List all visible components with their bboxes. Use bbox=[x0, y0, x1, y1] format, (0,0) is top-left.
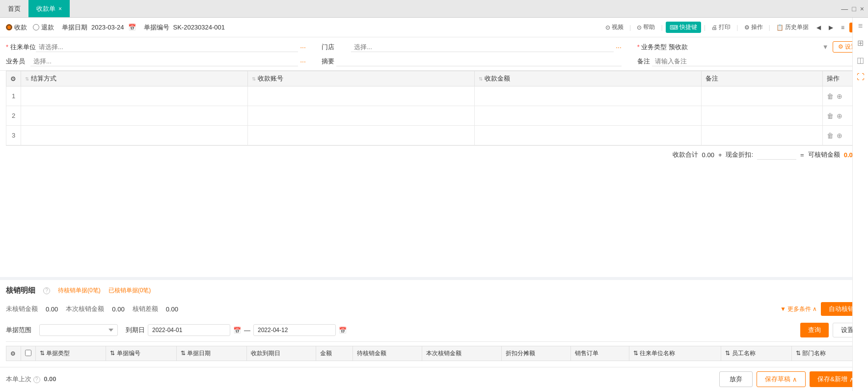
filter-icon: ▼ bbox=[780, 306, 786, 312]
col-amount-header: ⇅ 收款金额 bbox=[475, 71, 702, 86]
tab-close-icon[interactable]: × bbox=[58, 5, 62, 12]
remark-input[interactable] bbox=[652, 56, 862, 66]
account-cell-1[interactable] bbox=[248, 86, 475, 106]
account-cell-2[interactable] bbox=[248, 106, 475, 126]
store-more-icon[interactable]: ··· bbox=[616, 43, 622, 51]
dropdown-icon[interactable]: ▼ bbox=[822, 43, 829, 51]
nav-prev-btn[interactable]: ◀ bbox=[814, 23, 824, 32]
remark-cell-1[interactable] bbox=[702, 86, 823, 106]
remark-cell-3[interactable] bbox=[702, 126, 823, 145]
store-field: 门店 ··· bbox=[322, 42, 622, 52]
date-to-label: 到期日 bbox=[126, 326, 145, 335]
vcol-counterpart-header: ⇅ 往来单位名称 bbox=[629, 346, 721, 361]
sort-icon: ⇅ bbox=[110, 350, 115, 357]
col-remark-header: 备注 bbox=[702, 71, 823, 86]
window-maximize-icon[interactable]: □ bbox=[852, 5, 856, 13]
vcol-staff-header: ⇅ 员工名称 bbox=[721, 346, 791, 361]
sidebar-icon-4[interactable]: ⛶ bbox=[857, 73, 865, 82]
bottom-bar: 本单上次 ? 0.00 放弃 保存草稿 ∧ 保存&新增 ∧ bbox=[0, 367, 868, 391]
store-input[interactable] bbox=[351, 42, 614, 52]
table-row: 3 🗑 ⊕ bbox=[6, 126, 862, 145]
settings-icon: ⚙ bbox=[838, 43, 843, 50]
col-settings-header[interactable]: ⚙ bbox=[6, 71, 21, 86]
range-select[interactable] bbox=[39, 324, 118, 336]
calendar-to-icon[interactable]: 📅 bbox=[339, 327, 347, 334]
date-to-input[interactable] bbox=[253, 324, 336, 336]
check-all[interactable] bbox=[25, 350, 31, 356]
settlement-cell-2[interactable] bbox=[21, 106, 248, 126]
copy-btn-2[interactable]: ⊕ bbox=[837, 112, 842, 120]
vcol-settings-header[interactable]: ⚙ bbox=[6, 346, 21, 361]
info-icon[interactable]: ? bbox=[33, 376, 40, 383]
copy-btn-1[interactable]: ⊕ bbox=[837, 92, 842, 100]
counterpart-more-icon[interactable]: ··· bbox=[300, 43, 306, 51]
verify-info-icon[interactable]: ? bbox=[43, 287, 50, 294]
shortcut-btn[interactable]: ⌨ 快捷键 bbox=[666, 22, 701, 33]
window-close-icon[interactable]: × bbox=[860, 5, 864, 13]
radio-receipt[interactable]: 收款 bbox=[6, 23, 27, 32]
delete-btn-1[interactable]: 🗑 bbox=[827, 92, 834, 100]
sidebar-icon-2[interactable]: ⊞ bbox=[857, 38, 864, 48]
delete-btn-2[interactable]: 🗑 bbox=[827, 112, 834, 120]
save-draft-btn[interactable]: 保存草稿 ∧ bbox=[757, 371, 806, 387]
plus-label: + bbox=[718, 151, 722, 159]
sidebar-icon-1[interactable]: ≡ bbox=[858, 22, 863, 30]
tab-receipt[interactable]: 收款单 × bbox=[28, 0, 70, 17]
settlement-cell-3[interactable] bbox=[21, 126, 248, 145]
view-list-btn[interactable]: ≡ bbox=[838, 23, 847, 32]
calendar-icon[interactable]: 📅 bbox=[128, 24, 136, 31]
copy-btn-3[interactable]: ⊕ bbox=[837, 132, 842, 140]
vcol-sales-order-header: 销售订单 bbox=[571, 346, 629, 361]
right-sidebar: ≡ ⊞ ◫ ⛶ bbox=[852, 18, 868, 391]
col-remark-label: 备注 bbox=[705, 75, 718, 82]
remark-cell-2[interactable] bbox=[702, 106, 823, 126]
settlement-cell-1[interactable] bbox=[21, 86, 248, 106]
tab-home[interactable]: 首页 bbox=[0, 0, 28, 17]
tab-verified[interactable]: 已核销单据(0笔) bbox=[108, 286, 151, 295]
amount-cell-1[interactable] bbox=[475, 86, 702, 106]
summary-input[interactable] bbox=[336, 56, 622, 66]
more-conditions-btn[interactable]: ▼ 更多条件 ∧ bbox=[780, 305, 817, 313]
business-type-value: 预收款 bbox=[669, 43, 822, 52]
col-account-label: 收款账号 bbox=[258, 75, 283, 82]
date-from-input[interactable] bbox=[148, 324, 230, 336]
video-btn[interactable]: ⊙ 视频 bbox=[602, 22, 626, 32]
tab-pending[interactable]: 待核销单据(0笔) bbox=[58, 286, 101, 295]
vcol-discount-header: 折扣分摊额 bbox=[502, 346, 571, 361]
equals-label: = bbox=[800, 151, 804, 159]
abandon-btn[interactable]: 放弃 bbox=[719, 371, 753, 387]
vcol-pending-header: 待核销金额 bbox=[353, 346, 422, 361]
col-account-header: ⇅ 收款账号 bbox=[248, 71, 475, 86]
vcol-checkbox-header[interactable] bbox=[21, 346, 36, 361]
sort-icon: ⇅ bbox=[633, 350, 638, 357]
radio-refund[interactable]: 退款 bbox=[33, 23, 54, 32]
sidebar-icon-3[interactable]: ◫ bbox=[857, 56, 864, 65]
delete-btn-3[interactable]: 🗑 bbox=[827, 132, 834, 140]
operation-btn[interactable]: ⚙ 操作 bbox=[741, 22, 766, 32]
staff-more-icon[interactable]: ··· bbox=[300, 57, 306, 65]
bottom-info: 本单上次 ? 0.00 bbox=[6, 375, 56, 384]
amount-cell-3[interactable] bbox=[475, 126, 702, 145]
help-btn[interactable]: ⊙ 帮助 bbox=[634, 22, 658, 32]
account-cell-3[interactable] bbox=[248, 126, 475, 145]
history-btn[interactable]: 📋 历史单据 bbox=[773, 22, 812, 32]
query-btn[interactable]: 查询 bbox=[800, 323, 829, 337]
counterpart-label: 往来单位 bbox=[6, 43, 36, 52]
history-icon: 📋 bbox=[776, 24, 784, 31]
print-btn[interactable]: 🖨 打印 bbox=[708, 22, 733, 32]
toolbar-right: ⊙ 视频 | ⊙ 帮助 | ⌨ 快捷键 | 🖨 打印 | ⚙ 操作 bbox=[602, 22, 862, 33]
col-action-label: 操作 bbox=[827, 75, 840, 82]
amount-cell-2[interactable] bbox=[475, 106, 702, 126]
table-footer: 收款合计 0.00 + 现金折扣: = 可核销金额 0.00 bbox=[6, 145, 862, 164]
staff-input[interactable] bbox=[30, 56, 298, 66]
table-row: 2 🗑 ⊕ bbox=[6, 106, 862, 126]
nav-next-btn[interactable]: ▶ bbox=[826, 23, 836, 32]
sum-label: 收款合计 bbox=[673, 150, 698, 159]
unverified-value: 0.00 bbox=[46, 306, 58, 313]
staff-field: 业务员 ··· bbox=[6, 56, 306, 66]
discount-input[interactable] bbox=[757, 150, 796, 160]
counterpart-input[interactable] bbox=[36, 42, 298, 52]
col-amount-label: 收款金额 bbox=[485, 75, 510, 82]
calendar-from-icon[interactable]: 📅 bbox=[233, 327, 241, 334]
window-minimize-icon[interactable]: — bbox=[841, 5, 848, 13]
